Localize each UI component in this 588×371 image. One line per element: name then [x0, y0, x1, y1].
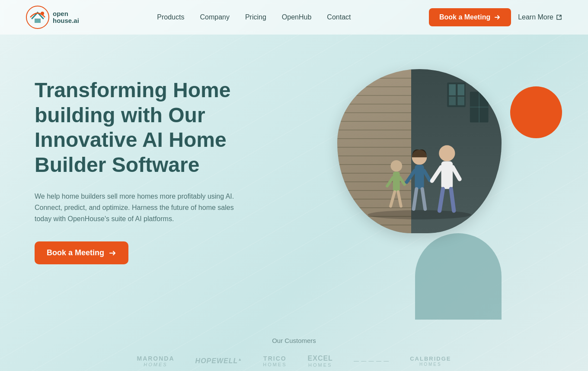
nav-item-pricing[interactable]: Pricing — [245, 13, 266, 21]
svg-point-16 — [439, 145, 455, 161]
nav-item-contact[interactable]: Contact — [327, 13, 351, 21]
unknown-line1: — — — — — — [354, 358, 389, 364]
nav-item-openhub[interactable]: OpenHub — [282, 13, 312, 21]
excel-line2: HOMES — [308, 362, 332, 368]
hero-cta-label: Book a Meeting — [47, 248, 104, 257]
external-link-icon — [556, 14, 562, 20]
svg-rect-11 — [415, 165, 424, 189]
svg-point-4 — [391, 160, 403, 172]
hero-section: Transforming Home building with Our Inno… — [0, 35, 588, 328]
customer-logo-hopewell: Hopewell▲ — [195, 357, 243, 365]
orange-circle-decoration — [510, 86, 562, 138]
customers-logos-row: MARONDA Homes Hopewell▲ TRICO Homes EXCE… — [26, 355, 562, 368]
arrow-right-icon — [494, 14, 501, 21]
svg-line-15 — [422, 189, 425, 209]
logo-text-house: house.ai — [53, 17, 79, 25]
svg-rect-25 — [449, 97, 456, 105]
hero-book-meeting-button[interactable]: Book a Meeting — [35, 241, 128, 264]
svg-line-19 — [453, 167, 460, 179]
customer-logo-maronda: MARONDA Homes — [137, 355, 174, 367]
calbridge-line2: HOMES — [419, 362, 442, 367]
nav-links: Products Company Pricing OpenHub Contact — [157, 13, 351, 21]
navbar: open house.ai Products Company Pricing O… — [0, 0, 588, 35]
svg-line-14 — [414, 189, 417, 209]
nav-learn-more-button[interactable]: Learn More — [518, 13, 562, 21]
svg-line-20 — [440, 189, 443, 211]
nav-link-openhub[interactable]: OpenHub — [282, 13, 312, 21]
svg-point-2 — [41, 12, 44, 15]
nav-learn-more-label: Learn More — [518, 13, 553, 21]
teal-arch-decoration — [415, 233, 502, 320]
svg-line-13 — [424, 171, 430, 181]
logo-text-open: open — [53, 10, 79, 18]
svg-line-21 — [451, 189, 454, 211]
svg-point-0 — [26, 6, 49, 29]
svg-line-18 — [432, 167, 441, 181]
hero-subtitle: We help home builders sell more homes mo… — [35, 191, 251, 224]
nav-book-meeting-button[interactable]: Book a Meeting — [429, 8, 511, 26]
nav-item-company[interactable]: Company — [200, 13, 229, 21]
customer-logo-unknown: — — — — — — [354, 358, 389, 364]
svg-line-9 — [398, 192, 401, 206]
hero-visual — [329, 69, 553, 311]
hero-arrow-right-icon — [109, 249, 116, 257]
nav-link-company[interactable]: Company — [200, 13, 229, 21]
svg-line-6 — [387, 178, 393, 186]
svg-rect-1 — [35, 19, 41, 23]
hero-photo-card — [337, 69, 502, 233]
maronda-line2: Homes — [144, 362, 167, 367]
building-details — [444, 77, 493, 143]
svg-line-12 — [407, 171, 415, 182]
customers-section: Our Customers MARONDA Homes Hopewell▲ TR… — [0, 328, 588, 371]
customer-logo-trico: TRICO Homes — [263, 355, 287, 367]
customers-label: Our Customers — [26, 337, 562, 344]
svg-rect-23 — [449, 84, 456, 95]
svg-line-7 — [400, 178, 405, 184]
customer-logo-calbridge: CALBRIDGE HOMES — [410, 355, 451, 367]
customer-logo-excel: EXCEL HOMES — [308, 355, 333, 368]
nav-item-products[interactable]: Products — [157, 13, 184, 21]
calbridge-line1: CALBRIDGE — [410, 355, 451, 362]
logo[interactable]: open house.ai — [26, 6, 79, 29]
svg-rect-17 — [441, 162, 453, 189]
nav-link-contact[interactable]: Contact — [327, 13, 351, 21]
logo-icon — [26, 6, 49, 29]
hero-title: Transforming Home building with Our Inno… — [35, 78, 268, 177]
hero-photo-inner — [337, 69, 502, 233]
trico-line1: TRICO — [263, 355, 287, 362]
excel-line1: EXCEL — [308, 355, 333, 362]
maronda-line1: MARONDA — [137, 355, 174, 362]
svg-line-8 — [391, 192, 395, 206]
svg-rect-5 — [393, 172, 400, 192]
hopewell-line1: Hopewell▲ — [195, 357, 243, 365]
svg-rect-24 — [457, 84, 464, 95]
nav-link-pricing[interactable]: Pricing — [245, 13, 266, 21]
nav-actions: Book a Meeting Learn More — [429, 8, 562, 26]
svg-rect-26 — [457, 97, 464, 105]
nav-link-products[interactable]: Products — [157, 13, 184, 21]
trico-line2: Homes — [263, 362, 287, 367]
nav-book-meeting-label: Book a Meeting — [439, 13, 490, 21]
hero-content: Transforming Home building with Our Inno… — [35, 69, 268, 264]
